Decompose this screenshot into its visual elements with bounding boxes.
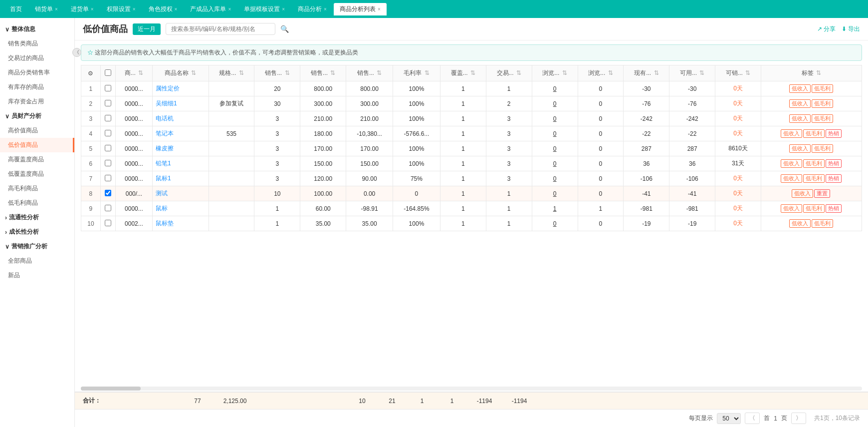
search-input[interactable]: [166, 23, 275, 35]
col-checkbox[interactable]: [100, 65, 115, 81]
col-current-stock[interactable]: 现有... ⇅: [624, 65, 669, 81]
col-coverage[interactable]: 覆盖... ⇅: [440, 65, 486, 81]
cell-checkbox[interactable]: [100, 141, 115, 156]
cell-browse1[interactable]: 0: [532, 171, 578, 186]
col-code[interactable]: 商... ⇅: [115, 65, 152, 81]
cell-browse1[interactable]: 0: [532, 111, 578, 126]
nav-warehouse[interactable]: 产成品入库单 ×: [184, 3, 237, 15]
col-margin[interactable]: 毛利率 ⇅: [393, 65, 440, 81]
cell-name[interactable]: 笔记本: [153, 126, 209, 141]
row-checkbox[interactable]: [105, 160, 111, 166]
cell-checkbox[interactable]: [100, 126, 115, 141]
col-spec[interactable]: 规格... ⇅: [209, 65, 254, 81]
sidebar-collapse-btn[interactable]: 《: [72, 48, 81, 57]
select-all-checkbox[interactable]: [105, 69, 111, 76]
col-sales-amount[interactable]: 销售... ⇅: [300, 65, 346, 81]
nav-roles[interactable]: 角色授权 ×: [143, 3, 184, 15]
nav-template-close[interactable]: ×: [282, 6, 285, 12]
sidebar-item-traded-products[interactable]: 交易过的商品: [0, 51, 74, 65]
nav-salesorder[interactable]: 销货单 ×: [29, 3, 64, 15]
sidebar-item-stock-products[interactable]: 有库存的商品: [0, 80, 74, 94]
nav-warehouse-close[interactable]: ×: [228, 6, 231, 12]
cell-name[interactable]: 鼠标1: [153, 171, 209, 186]
nav-home[interactable]: 首页: [4, 3, 28, 15]
col-browse2[interactable]: 浏览... ⇅: [578, 65, 624, 81]
sidebar-item-high-margin[interactable]: 高毛利商品: [0, 181, 74, 196]
sidebar-group-growth[interactable]: › 成长性分析: [0, 225, 74, 239]
search-icon[interactable]: 🔍: [280, 25, 289, 33]
row-checkbox[interactable]: [105, 85, 111, 91]
cell-name[interactable]: 测试: [153, 186, 209, 201]
cell-checkbox[interactable]: [100, 96, 115, 111]
sidebar-item-high-value[interactable]: 高价值商品: [0, 123, 74, 138]
sidebar-group-flow[interactable]: › 流通性分析: [0, 210, 74, 225]
page-size-select[interactable]: 50: [717, 413, 741, 424]
col-browse1[interactable]: 浏览... ⇅: [532, 65, 578, 81]
nav-analysis[interactable]: 商品分析 ×: [292, 3, 333, 15]
cell-name[interactable]: 吴细细1: [153, 96, 209, 111]
nav-analysis-list-close[interactable]: ×: [378, 6, 381, 12]
cell-name[interactable]: 橡皮擦: [153, 141, 209, 156]
cell-browse1[interactable]: 0: [532, 141, 578, 156]
cell-checkbox[interactable]: [100, 156, 115, 171]
cell-browse1[interactable]: 0: [532, 156, 578, 171]
nav-purchaseorder[interactable]: 进货单 ×: [65, 3, 100, 15]
nav-roles-close[interactable]: ×: [175, 6, 178, 12]
col-name[interactable]: 商品名称 ⇅: [153, 65, 209, 81]
row-checkbox[interactable]: [105, 205, 111, 211]
cell-name[interactable]: 属性定价: [153, 81, 209, 96]
sidebar-item-high-coverage[interactable]: 高覆盖度商品: [0, 152, 74, 167]
cell-name[interactable]: 鼠标: [153, 201, 209, 216]
cell-name[interactable]: 铅笔1: [153, 156, 209, 171]
nav-template[interactable]: 单据模板设置 ×: [238, 3, 291, 15]
cell-browse1[interactable]: 0: [532, 96, 578, 111]
scroll-thumb[interactable]: [81, 387, 141, 391]
cell-browse1[interactable]: 0: [532, 81, 578, 96]
nav-purchaseorder-close[interactable]: ×: [91, 6, 94, 12]
row-checkbox[interactable]: [105, 115, 111, 121]
col-available[interactable]: 可用... ⇅: [669, 65, 715, 81]
col-sales-qty[interactable]: 销售... ⇅: [254, 65, 300, 81]
row-checkbox[interactable]: [105, 220, 111, 226]
sidebar-item-sales-products[interactable]: 销售类商品: [0, 36, 74, 51]
horizontal-scrollbar[interactable]: [81, 387, 862, 391]
cell-browse1[interactable]: 0: [532, 216, 578, 231]
time-filter-button[interactable]: 近一月: [133, 23, 161, 35]
cell-checkbox[interactable]: [100, 186, 115, 201]
row-checkbox[interactable]: [105, 100, 111, 106]
cell-checkbox[interactable]: [100, 171, 115, 186]
nav-salesorder-close[interactable]: ×: [55, 6, 58, 12]
sidebar-item-low-coverage[interactable]: 低覆盖度商品: [0, 167, 74, 181]
nav-analysis-list[interactable]: 商品分析列表 ×: [334, 3, 387, 15]
first-page-button[interactable]: 〈: [745, 413, 760, 424]
cell-checkbox[interactable]: [100, 111, 115, 126]
cell-checkbox[interactable]: [100, 216, 115, 231]
cell-browse1[interactable]: 0: [532, 186, 578, 201]
row-checkbox[interactable]: [105, 130, 111, 136]
cell-name[interactable]: 电话机: [153, 111, 209, 126]
row-checkbox[interactable]: [105, 145, 111, 151]
cell-checkbox[interactable]: [100, 81, 115, 96]
cell-name[interactable]: 鼠标垫: [153, 216, 209, 231]
next-page-button[interactable]: 〉: [791, 413, 806, 424]
share-button[interactable]: ↗ 分享: [817, 25, 836, 33]
sidebar-item-low-value[interactable]: 低价值商品: [0, 138, 74, 152]
cell-browse1[interactable]: 1: [532, 201, 578, 216]
cell-browse1[interactable]: 0: [532, 126, 578, 141]
row-checkbox[interactable]: [105, 190, 111, 196]
nav-permissions[interactable]: 权限设置 ×: [101, 3, 142, 15]
col-tags[interactable]: 标签 ⇅: [761, 65, 862, 81]
col-settings[interactable]: ⚙: [81, 65, 101, 81]
nav-permissions-close[interactable]: ×: [133, 6, 136, 12]
nav-analysis-close[interactable]: ×: [324, 6, 327, 12]
sidebar-item-category-sales[interactable]: 商品分类销售率: [0, 65, 74, 80]
sidebar-item-stock-fund[interactable]: 库存资金占用: [0, 94, 74, 109]
cell-checkbox[interactable]: [100, 201, 115, 216]
col-sales-profit[interactable]: 销售... ⇅: [346, 65, 393, 81]
sidebar-item-new-products[interactable]: 新品: [0, 268, 74, 283]
col-sellable[interactable]: 可销... ⇅: [715, 65, 761, 81]
row-checkbox[interactable]: [105, 175, 111, 181]
sidebar-item-low-margin[interactable]: 低毛利商品: [0, 196, 74, 210]
col-trade[interactable]: 交易... ⇅: [486, 65, 532, 81]
sidebar-item-all-products[interactable]: 全部商品: [0, 254, 74, 268]
